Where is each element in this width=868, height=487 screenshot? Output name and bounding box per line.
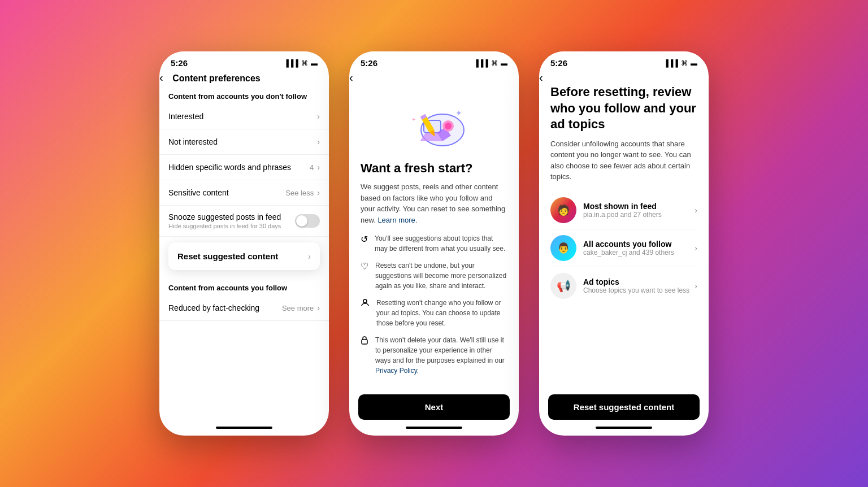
avatar-2: 👨 [550,235,576,261]
fact-check-label: Reduced by fact-checking [168,303,259,312]
snooze-toggle[interactable] [295,214,320,228]
phone-1: 5:26 ▐▐▐ ⌘ ▬ ‹ Content preferences Conte… [159,51,329,436]
not-interested-label: Not interested [168,137,218,146]
status-bar-2: 5:26 ▐▐▐ ⌘ ▬ [349,51,519,71]
ad-topics-text: Ad topics Choose topics you want to see … [583,277,695,294]
home-bar-3 [596,427,652,429]
status-time-2: 5:26 [361,58,377,68]
bullet-3: Resetting won't change who you follow or… [361,298,507,328]
next-button[interactable]: Next [358,394,510,420]
sensitive-item[interactable]: Sensitive content See less › [159,180,329,206]
account-1-chevron: › [695,206,697,215]
learn-more-link[interactable]: Learn more [377,216,415,224]
sensitive-chevron: › [317,188,320,197]
reset-card-chevron: › [308,252,311,261]
snooze-item[interactable]: Snooze suggested posts in feed Hide sugg… [159,206,329,237]
illustration: ✦ ✦ [389,93,479,161]
status-icons-3: ▐▐▐ ⌘ ▬ [663,59,697,67]
back-button-3[interactable]: ‹ [539,71,543,84]
home-indicator-1 [159,422,329,436]
bullet-3-text: Resetting won't change who you follow or… [376,298,507,328]
screen-2: Want a fresh start? We suggest posts, re… [349,161,519,388]
signal-icon: ▐▐▐ [284,59,298,67]
fact-check-chevron: › [317,303,320,312]
phone-3: 5:26 ▐▐▐ ⌘ ▬ ‹ Before resetting, review … [539,51,709,436]
account-item-1[interactable]: 🧑 Most shown in feed pia.in.a.pod and 27… [550,192,697,229]
lock-icon [361,336,368,347]
account-2-name: All accounts you follow [583,240,695,249]
fact-check-see-more: See more [282,304,314,312]
not-interested-item[interactable]: Not interested › [159,129,329,155]
snooze-desc: Hide suggested posts in feed for 30 days [168,223,295,229]
page-title-1: Content preferences [172,73,261,83]
hidden-words-right: 4 › [310,163,320,172]
ad-topics-item[interactable]: 📢 Ad topics Choose topics you want to se… [550,267,697,305]
home-bar-1 [216,427,272,429]
interested-chevron: › [317,112,320,121]
bullet-list: ↺ You'll see suggestions about topics th… [361,233,507,376]
signal-icon-3: ▐▐▐ [663,59,678,67]
account-2-text: All accounts you follow cake_baker_cj an… [583,240,695,256]
ad-topics-name: Ad topics [583,277,695,286]
hidden-words-item[interactable]: Hidden specific words and phrases 4 › [159,155,329,180]
reset-button[interactable]: Reset suggested content [548,394,700,420]
interested-label: Interested [168,112,203,121]
wifi-icon: ⌘ [301,59,308,67]
fact-check-right: See more › [282,303,320,312]
nav-header-3: ‹ [539,71,709,84]
battery-icon: ▬ [311,59,318,67]
back-button-2[interactable]: ‹ [349,71,353,84]
phone-2: 5:26 ▐▐▐ ⌘ ▬ ‹ ✦ ✦ [349,51,519,436]
heart-icon: ♡ [361,261,368,272]
fresh-desc: We suggest posts, reels and other conten… [361,181,507,225]
bullet-4-text: This won't delete your data. We'll still… [375,335,507,376]
wifi-icon-3: ⌘ [681,59,688,67]
back-button-1[interactable]: ‹ [159,71,163,84]
section1-header: Content from accounts you don't follow [159,84,329,104]
battery-icon-3: ▬ [691,59,697,67]
status-icons-2: ▐▐▐ ⌘ ▬ [474,59,507,67]
hidden-words-chevron: › [317,163,320,172]
account-1-text: Most shown in feed pia.in.a.pod and 27 o… [583,202,695,219]
status-time-3: 5:26 [550,58,567,68]
bottom-btn-area-3: Reset suggested content [539,388,709,422]
status-bar-3: 5:26 ▐▐▐ ⌘ ▬ [539,51,709,71]
ad-icon-wrap: 📢 [550,273,576,299]
section2-header: Content from accounts you follow [159,276,329,295]
refresh-icon: ↺ [361,234,368,245]
privacy-policy-link[interactable]: Privacy Policy [375,367,417,375]
bullet-1: ↺ You'll see suggestions about topics th… [361,233,507,254]
svg-rect-12 [362,340,367,344]
fresh-content: Want a fresh start? We suggest posts, re… [349,161,519,388]
reset-card[interactable]: Reset suggested content › [168,242,320,270]
home-indicator-2 [349,422,519,436]
bullet-4: This won't delete your data. We'll still… [361,335,507,376]
account-1-name: Most shown in feed [583,202,695,211]
person-icon [361,298,370,310]
wifi-icon-2: ⌘ [491,59,498,67]
screen-1: Content from accounts you don't follow I… [159,84,329,422]
bottom-btn-area-2: Next [349,388,519,422]
nav-header-2: ‹ [349,71,519,84]
account-1-sub: pia.in.a.pod and 27 others [583,211,695,219]
ad-topics-sub: Choose topics you want to see less [583,286,695,294]
screen-3: Before resetting, review who you follow … [539,84,709,388]
status-icons-1: ▐▐▐ ⌘ ▬ [284,59,318,67]
review-content: Before resetting, review who you follow … [539,84,709,388]
home-bar-2 [406,427,462,429]
fresh-title: Want a fresh start? [361,161,507,176]
hidden-words-label: Hidden specific words and phrases [168,163,291,172]
interested-item[interactable]: Interested › [159,104,329,129]
not-interested-chevron: › [317,137,320,146]
bullet-2: ♡ Resets can't be undone, but your sugge… [361,260,507,291]
nav-header-1: ‹ Content preferences [159,71,329,84]
fact-check-item[interactable]: Reduced by fact-checking See more › [159,295,329,321]
svg-point-11 [363,299,367,303]
account-item-2[interactable]: 👨 All accounts you follow cake_baker_cj … [550,229,697,267]
avatar-1: 🧑 [550,197,576,223]
svg-point-5 [445,123,452,129]
battery-icon-2: ▬ [501,59,507,67]
svg-text:✦: ✦ [455,108,462,118]
avatar-2-face: 👨 [550,235,576,261]
avatar-1-face: 🧑 [550,197,576,223]
